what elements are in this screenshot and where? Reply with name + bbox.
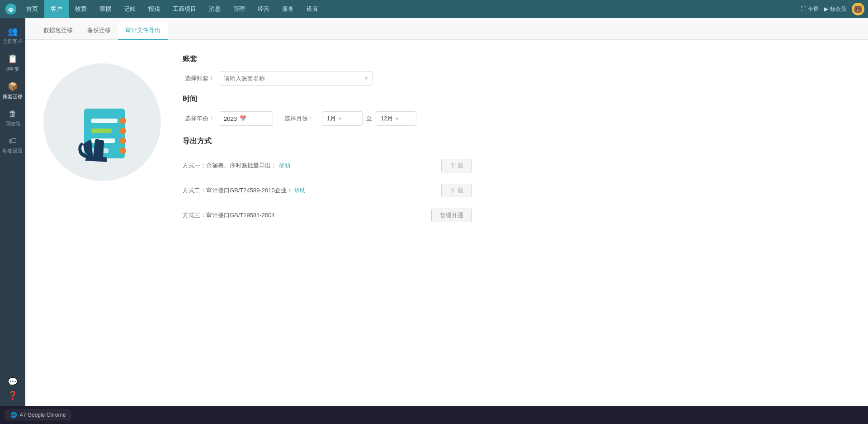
- nav-operation[interactable]: 经营: [251, 0, 276, 18]
- vip-icon: ▶: [824, 6, 828, 12]
- export-method1-button[interactable]: 下 载: [441, 159, 472, 172]
- start-month-select[interactable]: 1月 ▾: [322, 111, 363, 126]
- sidebar-item-account-migrate[interactable]: 📦 账套迁移: [0, 77, 25, 105]
- account-search-input[interactable]: [224, 75, 365, 82]
- export-method1-desc: 方式一：余额表、序时账批量导出： 帮助: [183, 162, 290, 170]
- account-input-wrap: ▾: [219, 71, 373, 86]
- nav-settings[interactable]: 设置: [300, 0, 325, 18]
- nav-billing[interactable]: 收费: [69, 0, 93, 18]
- user-avatar[interactable]: 🐻: [852, 3, 864, 15]
- fullscreen-icon: ⛶: [801, 6, 806, 12]
- svg-rect-4: [91, 129, 112, 133]
- export-method2-button[interactable]: 下 载: [441, 184, 472, 197]
- form-area: 账套 选择账套： ▾ 时间 选择年份：: [183, 54, 472, 228]
- sidebar-item-tag-settings[interactable]: 🏷 标签设置: [0, 132, 25, 159]
- chrome-icon: 🌐: [10, 412, 17, 418]
- illustration-svg: [61, 77, 143, 167]
- sidebar-item-recycle[interactable]: 🗑 回收站: [0, 105, 25, 132]
- end-month-chevron: ▾: [396, 115, 398, 122]
- sidebar-item-customers[interactable]: 👥 全部客户: [0, 22, 25, 49]
- export-method1-link[interactable]: 帮助: [278, 162, 290, 169]
- export-method2-desc: 方式二：审计接口GB/T24589-2010企业： 帮助: [183, 186, 306, 195]
- nav-management[interactable]: 管理: [227, 0, 251, 18]
- month-label: 选择月份：: [282, 114, 314, 123]
- svg-point-7: [120, 118, 126, 124]
- top-navigation: 首页 客户 收费 票据 记账 报税 工商项目 消息 管理 经营 服务 设置 ⛶ …: [0, 0, 868, 18]
- recycle-icon: 🗑: [9, 109, 17, 119]
- fullscreen-button[interactable]: ⛶ 全屏: [801, 5, 819, 13]
- account-migrate-icon: 📦: [8, 81, 18, 91]
- account-section-title: 账套: [183, 54, 472, 64]
- feedback-button[interactable]: 💬: [8, 377, 18, 387]
- sidebar-bottom: 💬 ❓: [0, 377, 25, 406]
- customers-icon: 👥: [8, 26, 18, 36]
- help-button[interactable]: ❓: [8, 391, 18, 400]
- export-method2-link[interactable]: 帮助: [294, 187, 306, 194]
- year-input[interactable]: 2023 📅: [219, 111, 273, 126]
- illustration-wrap: [43, 54, 161, 181]
- calendar-icon: 📅: [240, 115, 246, 122]
- end-month-value: 12月: [381, 114, 393, 123]
- nav-menu: 首页 客户 收费 票据 记账 报税 工商项目 消息 管理 经营 服务 设置: [20, 0, 801, 18]
- start-month-chevron: ▾: [339, 115, 341, 122]
- svg-point-8: [120, 128, 126, 134]
- nav-home[interactable]: 首页: [20, 0, 44, 18]
- year-value: 2023: [224, 115, 237, 122]
- svg-point-9: [120, 138, 126, 144]
- vip-button[interactable]: ▶ 畅会员: [824, 5, 846, 13]
- nav-customer[interactable]: 客户: [44, 0, 69, 18]
- export-method3-desc: 方式三：审计接口GB/T19581-2004: [183, 211, 275, 219]
- account-row: 选择账套： ▾: [183, 71, 472, 86]
- nav-accounting[interactable]: 记账: [118, 0, 142, 18]
- tab-data-migration[interactable]: 数据包迁移: [36, 22, 80, 40]
- export-section-title: 导出方式: [183, 137, 472, 146]
- main-layout: 👥 全部客户 📋 0申报 📦 账套迁移 🗑 回收站 🏷 标签设置 💬 ❓ 数据包…: [0, 18, 868, 406]
- export-method3-button[interactable]: 暂缓开通: [431, 209, 472, 222]
- content-area: 数据包迁移 备份迁移 审计文件导出: [25, 18, 868, 406]
- svg-point-0: [5, 4, 17, 15]
- time-section-title: 时间: [183, 95, 472, 104]
- export-section: 导出方式 方式一：余额表、序时账批量导出： 帮助 下 载 方式二：审计接口GB/…: [183, 137, 472, 228]
- app-logo: [4, 2, 18, 16]
- tab-backup-migration[interactable]: 备份迁移: [80, 22, 118, 40]
- taskbar: 🌐 47 Google Chrome: [0, 406, 868, 424]
- nav-business[interactable]: 工商项目: [166, 0, 203, 18]
- time-row: 选择年份： 2023 📅 选择月份： 1月 ▾ 至 12月: [183, 111, 472, 126]
- svg-point-10: [120, 148, 126, 154]
- tab-audit-export[interactable]: 审计文件导出: [118, 22, 168, 40]
- to-text: 至: [366, 114, 372, 123]
- chrome-label: 47 Google Chrome: [20, 412, 66, 418]
- svg-rect-3: [91, 119, 118, 123]
- nav-invoice[interactable]: 票据: [93, 0, 118, 18]
- year-label: 选择年份：: [183, 114, 214, 123]
- start-month-value: 1月: [327, 114, 336, 123]
- end-month-select[interactable]: 12月 ▾: [376, 111, 416, 126]
- sidebar-item-zero-declare[interactable]: 📋 0申报: [0, 49, 25, 77]
- account-chevron-icon: ▾: [365, 75, 368, 81]
- tab-bar: 数据包迁移 备份迁移 审计文件导出: [25, 18, 868, 40]
- sidebar: 👥 全部客户 📋 0申报 📦 账套迁移 🗑 回收站 🏷 标签设置 💬 ❓: [0, 18, 25, 406]
- illustration-circle: [43, 63, 161, 181]
- chrome-taskbar-item[interactable]: 🌐 47 Google Chrome: [5, 410, 71, 420]
- time-inputs: 2023 📅 选择月份： 1月 ▾ 至 12月 ▾: [219, 111, 416, 126]
- zero-declare-icon: 📋: [8, 54, 18, 64]
- page-content: 账套 选择账套： ▾ 时间 选择年份：: [25, 40, 868, 406]
- export-method3-row: 方式三：审计接口GB/T19581-2004 暂缓开通: [183, 203, 472, 228]
- tag-settings-icon: 🏷: [9, 136, 17, 146]
- nav-message[interactable]: 消息: [203, 0, 227, 18]
- export-method2-row: 方式二：审计接口GB/T24589-2010企业： 帮助 下 载: [183, 178, 472, 203]
- svg-point-1: [9, 10, 12, 12]
- nav-service[interactable]: 服务: [276, 0, 300, 18]
- account-label: 选择账套：: [183, 74, 214, 82]
- top-nav-right: ⛶ 全屏 ▶ 畅会员 🐻: [801, 3, 864, 15]
- export-method1-row: 方式一：余额表、序时账批量导出： 帮助 下 载: [183, 153, 472, 178]
- account-select[interactable]: ▾: [219, 71, 373, 86]
- nav-tax[interactable]: 报税: [142, 0, 166, 18]
